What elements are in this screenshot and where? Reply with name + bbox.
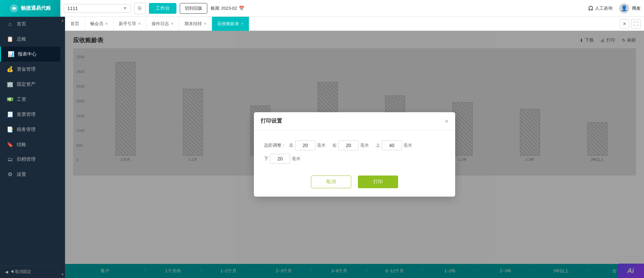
cancel-button[interactable]: 取消 bbox=[311, 176, 351, 188]
tabs-bar: 首页 畅会员 × 新手引导 × 操作日志 × 期末结转 × 应收账龄表 × bbox=[65, 17, 644, 31]
right-unit: 毫米 bbox=[360, 142, 369, 148]
funds-icon: 💰 bbox=[7, 66, 13, 72]
period-calendar-icon[interactable]: 📅 bbox=[239, 6, 244, 11]
period-label: 账期 bbox=[211, 5, 219, 11]
invoice-icon: 🧾 bbox=[7, 111, 13, 118]
company-name: 1111 bbox=[67, 6, 121, 11]
top-header: 畅捷通易代账 1111 ▼ ⎘ 工作台 切到旧版 账期 2023-02 📅 🎧 … bbox=[0, 0, 644, 17]
sidebar-item-label-ledger: 总账 bbox=[17, 36, 26, 42]
company-selector[interactable]: 1111 ▼ bbox=[64, 4, 131, 13]
tab-close-guide[interactable]: × bbox=[138, 21, 141, 26]
consulting-button[interactable]: 🎧 人工咨询 bbox=[588, 5, 612, 11]
sidebar-item-label-reports: 报表中心 bbox=[18, 51, 37, 57]
header-right: 🎧 人工咨询 👤 用友 bbox=[588, 3, 641, 13]
tab-close-all-button[interactable]: ✕ bbox=[620, 19, 629, 28]
sidebar-item-settings[interactable]: ⚙ 设置 bbox=[0, 167, 60, 182]
page-content: 应收账龄表 ⬇ 下载 🖨 打印 ↻ 刷新 bbox=[65, 31, 644, 278]
sidebar-item-assets[interactable]: 🏢 固定资产 bbox=[0, 77, 60, 92]
sidebar: ⌂ 首页 📋 总账 📊 报表中心 💰 资金管理 🏢 固定资产 bbox=[0, 17, 60, 278]
tab-expand-button[interactable]: ⛶ bbox=[631, 19, 641, 28]
margin-adjust-label: 边距调整： bbox=[264, 142, 286, 148]
collapse-arrow-icon: ◀ bbox=[5, 270, 8, 274]
tab-period-end[interactable]: 期末结转 × bbox=[179, 17, 212, 31]
tab-guide[interactable]: 新手引导 × bbox=[113, 17, 146, 31]
consulting-label: 人工咨询 bbox=[595, 5, 612, 11]
bottom-label: 下 bbox=[264, 156, 268, 162]
period-value: 2023-02 bbox=[221, 6, 237, 11]
top-label: 上 bbox=[376, 142, 380, 148]
sidebar-item-label-checkout: 结账 bbox=[17, 142, 26, 148]
dialog-close-button[interactable]: × bbox=[445, 118, 448, 124]
company-dropdown-icon: ▼ bbox=[123, 6, 127, 11]
print-settings-dialog: 打印设置 × 边距调整： 左 毫米 右 bbox=[254, 112, 455, 197]
margin-group-right: 右 毫米 bbox=[332, 140, 369, 150]
dialog-header: 打印设置 × bbox=[254, 112, 455, 130]
period-info: 账期 2023-02 📅 bbox=[211, 5, 244, 11]
tab-member[interactable]: 畅会员 × bbox=[85, 17, 113, 31]
archive-icon: 🗂 bbox=[7, 156, 13, 162]
logo-icon bbox=[9, 4, 19, 13]
sidebar-item-payroll[interactable]: 💵 工资 bbox=[0, 92, 60, 107]
left-margin-input[interactable] bbox=[295, 140, 315, 150]
sidebar-item-label-tax: 税务管理 bbox=[17, 127, 36, 133]
sidebar-item-label-assets: 固定资产 bbox=[17, 81, 36, 87]
tab-close-period-end[interactable]: × bbox=[204, 21, 206, 26]
tab-close-oplog[interactable]: × bbox=[171, 21, 173, 26]
sidebar-item-archive[interactable]: 🗂 归档管理 bbox=[0, 152, 60, 167]
settings-icon: ⚙ bbox=[7, 171, 13, 178]
ledger-icon: 📋 bbox=[7, 36, 13, 42]
sidebar-item-reports[interactable]: 📊 报表中心 bbox=[0, 47, 60, 62]
dialog-title: 打印设置 bbox=[261, 118, 282, 125]
tax-icon: 📑 bbox=[7, 126, 13, 133]
tab-close-aging[interactable]: × bbox=[241, 21, 244, 26]
dialog-body: 边距调整： 左 毫米 右 毫米 bbox=[254, 130, 455, 170]
old-version-button[interactable]: 切到旧版 bbox=[180, 3, 207, 14]
main-layout: ⌂ 首页 📋 总账 📊 报表中心 💰 资金管理 🏢 固定资产 bbox=[0, 17, 644, 278]
checkout-icon: 🔖 bbox=[7, 141, 13, 148]
tab-label-oplog: 操作日志 bbox=[152, 21, 169, 27]
sidebar-item-ledger[interactable]: 📋 总账 bbox=[0, 31, 60, 47]
home-icon: ⌂ bbox=[7, 21, 13, 27]
payroll-icon: 💵 bbox=[7, 96, 13, 102]
tab-aging[interactable]: 应收账龄表 × bbox=[212, 17, 249, 31]
sidebar-item-invoice[interactable]: 🧾 发票管理 bbox=[0, 107, 60, 122]
tab-home[interactable]: 首页 bbox=[65, 17, 85, 31]
user-info[interactable]: 👤 用友 bbox=[619, 3, 641, 13]
left-unit: 毫米 bbox=[317, 142, 326, 148]
tab-label-period-end: 期末结转 bbox=[184, 21, 202, 27]
sidebar-item-label-archive: 归档管理 bbox=[17, 156, 36, 162]
sidebar-item-checkout[interactable]: 🔖 结账 bbox=[0, 137, 60, 152]
sidebar-item-tax[interactable]: 📑 税务管理 bbox=[0, 122, 60, 137]
margin-group-top: 上 毫米 bbox=[376, 140, 412, 150]
logo: 畅捷通易代账 bbox=[0, 0, 60, 17]
scroll-down-arrow[interactable]: ▼ bbox=[61, 273, 64, 276]
sidebar-item-home[interactable]: ⌂ 首页 bbox=[0, 17, 60, 31]
tab-label-home: 首页 bbox=[70, 21, 79, 27]
tab-label-guide: 新手引导 bbox=[119, 21, 136, 27]
copy-button[interactable]: ⎘ bbox=[134, 3, 146, 14]
top-unit: 毫米 bbox=[404, 142, 412, 148]
dialog-print-button[interactable]: 打印 bbox=[358, 176, 398, 188]
headset-icon: 🎧 bbox=[588, 6, 593, 11]
logo-text: 畅捷通易代账 bbox=[21, 5, 51, 11]
tab-close-member[interactable]: × bbox=[105, 21, 108, 26]
right-label: 右 bbox=[332, 142, 337, 148]
assets-icon: 🏢 bbox=[7, 81, 13, 87]
tab-oplog[interactable]: 操作日志 × bbox=[146, 17, 179, 31]
top-margin-input[interactable] bbox=[382, 140, 402, 150]
workbench-button[interactable]: 工作台 bbox=[149, 3, 176, 14]
sidebar-collapse[interactable]: ◀ ◀ 取消固定 bbox=[0, 265, 60, 278]
sidebar-item-label-settings: 设置 bbox=[17, 171, 26, 178]
bottom-margin-input[interactable] bbox=[270, 154, 290, 164]
content-area: 首页 畅会员 × 新手引导 × 操作日志 × 期末结转 × 应收账龄表 × bbox=[65, 17, 644, 278]
sidebar-item-label-home: 首页 bbox=[17, 21, 26, 27]
sidebar-item-funds[interactable]: 💰 资金管理 bbox=[0, 62, 60, 77]
bottom-unit: 毫米 bbox=[292, 156, 301, 162]
modal-overlay: 打印设置 × 边距调整： 左 毫米 右 bbox=[65, 31, 644, 278]
sidebar-scroll-arrows: ▲ ▼ bbox=[60, 17, 65, 278]
scroll-up-arrow[interactable]: ▲ bbox=[61, 18, 64, 22]
tab-label-member: 畅会员 bbox=[90, 21, 103, 27]
right-margin-input[interactable] bbox=[338, 140, 359, 150]
sidebar-item-label-funds: 资金管理 bbox=[17, 66, 36, 72]
collapse-label: ◀ 取消固定 bbox=[10, 269, 31, 275]
